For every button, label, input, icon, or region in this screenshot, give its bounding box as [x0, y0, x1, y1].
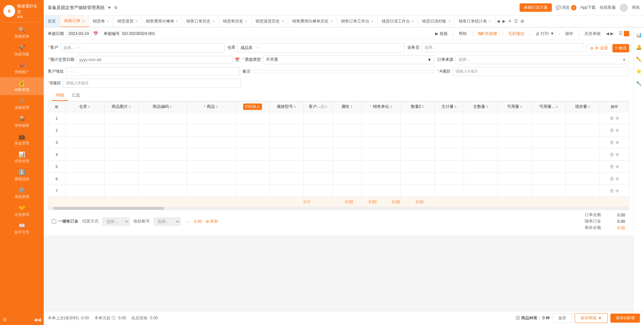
- copy-row-icon[interactable]: ⊕: [615, 128, 619, 133]
- scan-button[interactable]: 扫码录入: [243, 104, 262, 110]
- cell-attr-4[interactable]: [333, 149, 362, 161]
- sidebar-item-finance[interactable]: 💼 资金管理: [0, 131, 44, 149]
- th-settings[interactable]: ⚙: [48, 101, 66, 112]
- cell-munit-6[interactable]: [434, 173, 464, 185]
- copy-row-icon[interactable]: ⊕: [615, 116, 619, 121]
- card-view-icon[interactable]: [624, 31, 629, 36]
- cell-custno-3[interactable]: [303, 136, 333, 149]
- cell-product-5[interactable]: [187, 161, 235, 173]
- calendar-icon[interactable]: 📅: [93, 31, 98, 36]
- cell-mqty-5[interactable]: [464, 161, 498, 173]
- cell-img-4[interactable]: [104, 149, 138, 161]
- th-stock[interactable]: 现存量⇅: [566, 101, 600, 112]
- tab-sales-return[interactable]: 销货退货 ×: [113, 15, 142, 27]
- right-icon-chart[interactable]: 📊: [634, 30, 644, 40]
- scrollbar-thumb[interactable]: [53, 207, 164, 210]
- cell-avail-5[interactable]: [498, 161, 532, 173]
- right-icon-bell[interactable]: 🔔: [634, 42, 644, 52]
- cell-attr-2[interactable]: [333, 124, 362, 136]
- tab-close-icon[interactable]: ×: [371, 19, 373, 23]
- cell-avail-2[interactable]: [498, 124, 532, 136]
- next-record-icon[interactable]: ▶: [610, 31, 613, 36]
- delete-row-icon[interactable]: 🗑: [610, 176, 614, 181]
- right-icon-edit[interactable]: ✏️: [634, 54, 644, 64]
- cell-mqty-2[interactable]: [464, 124, 498, 136]
- view-video-btn[interactable]: ▶ 视频: [435, 31, 448, 37]
- prev-record-icon[interactable]: ◀: [606, 31, 609, 36]
- cell-stock-4[interactable]: [566, 149, 600, 161]
- cell-unit-1[interactable]: [362, 112, 401, 124]
- order-source-input[interactable]: 选择... ▼: [455, 55, 629, 64]
- cell-mqty-4[interactable]: [464, 149, 498, 161]
- copy-row-icon[interactable]: ⊕: [615, 188, 619, 193]
- cell-stock-2[interactable]: [566, 124, 600, 136]
- tab-nav-close[interactable]: ✕: [507, 19, 513, 24]
- cell-qty2-7[interactable]: [401, 185, 434, 197]
- cell-spec-4[interactable]: [269, 149, 303, 161]
- cell-spec-7[interactable]: [269, 185, 303, 197]
- cell-qty2-5[interactable]: [401, 161, 434, 173]
- cell-avail2-1[interactable]: [532, 112, 566, 124]
- cell-img-7[interactable]: [104, 185, 138, 197]
- delivery-date-input[interactable]: [76, 56, 233, 64]
- cell-stock-5[interactable]: [566, 161, 600, 173]
- cell-stock-7[interactable]: [566, 185, 600, 197]
- cell-unit-7[interactable]: [362, 185, 401, 197]
- cell-avail-6[interactable]: [498, 173, 532, 185]
- message-icon[interactable]: 💬 消息 9: [556, 5, 576, 10]
- cell-spec-6[interactable]: [269, 173, 303, 185]
- delete-row-icon[interactable]: 🗑: [610, 116, 614, 121]
- cell-custno-4[interactable]: [303, 149, 333, 161]
- tab-nav-expand[interactable]: ⊞: [519, 19, 525, 24]
- tab-nav-next[interactable]: ▶: [501, 19, 507, 24]
- cell-img-2[interactable]: [104, 124, 138, 136]
- sidebar-item-search[interactable]: 🔍 搜索菜单: [0, 24, 44, 42]
- copy-row-icon[interactable]: ⊕: [615, 164, 619, 169]
- cell-img-5[interactable]: [104, 161, 138, 173]
- cell-img-1[interactable]: [104, 112, 138, 124]
- tab-nav-menu[interactable]: ☰: [513, 19, 519, 24]
- customer-addr-input[interactable]: ···: [66, 67, 240, 76]
- tab-sales-order[interactable]: 销售订单 ×: [60, 15, 89, 27]
- history-btn[interactable]: 历史单据: [584, 31, 601, 37]
- online-service-link[interactable]: 在线客服: [600, 5, 616, 10]
- tab-cash-reconcile[interactable]: 钱货日清对账 ×: [418, 15, 455, 27]
- cell-avail2-4[interactable]: [532, 149, 566, 161]
- tab-close-icon[interactable]: ×: [176, 19, 178, 23]
- cell-avail2-6[interactable]: [532, 173, 566, 185]
- add-payment-button[interactable]: ⊕ 添加: [206, 218, 218, 224]
- chevron-down-icon[interactable]: ▼: [107, 5, 111, 10]
- remarks-input[interactable]: [253, 70, 434, 73]
- delete-row-icon[interactable]: 🗑: [610, 140, 614, 145]
- collapse-icon[interactable]: ◀◀: [34, 317, 41, 322]
- save-new-button[interactable]: 保存&新增: [610, 314, 640, 323]
- tab-sales-fee[interactable]: 销售费用分摊单 ×: [142, 15, 183, 27]
- tab-close-icon[interactable]: ×: [245, 19, 247, 23]
- delete-row-icon[interactable]: 🗑: [610, 188, 614, 193]
- th-main-qty[interactable]: 主数量⇅: [464, 101, 498, 112]
- sidebar-item-inventory[interactable]: 📦 库存核算: [0, 113, 44, 131]
- tab-sales-order-history[interactable]: 销售订单历史 ×: [182, 15, 219, 27]
- cell-warehouse-3[interactable]: [66, 136, 105, 149]
- sidebar-item-operations[interactable]: 📊 经营管理: [0, 149, 44, 166]
- sidebar-item-marketing[interactable]: 📣 营销推广: [0, 59, 44, 77]
- cell-qty2-3[interactable]: [401, 136, 434, 149]
- cell-custno-2[interactable]: [303, 124, 333, 136]
- tab-detail[interactable]: 明细: [52, 90, 68, 101]
- cell-avail2-3[interactable]: [532, 136, 566, 149]
- app-download-link[interactable]: App下载: [580, 5, 596, 10]
- sidebar-item-enterprise[interactable]: 🤝 企业协同: [0, 202, 44, 220]
- add-logistics-button[interactable]: + 物流: [612, 44, 629, 52]
- user-name[interactable]: 用友: [632, 5, 640, 10]
- cell-code-1[interactable]: [138, 112, 187, 124]
- a-project-input[interactable]: 请输入A项目: [452, 67, 629, 76]
- cell-warehouse-5[interactable]: [66, 161, 105, 173]
- cell-unit-4[interactable]: [362, 149, 401, 161]
- tab-nav-prev[interactable]: ◀: [495, 19, 501, 24]
- th-available[interactable]: 可用量⇅: [498, 101, 532, 112]
- cell-code-3[interactable]: [138, 136, 187, 149]
- delete-row-icon[interactable]: 🗑: [610, 164, 614, 169]
- tab-invoice-history[interactable]: 销货单历史 ×: [219, 15, 252, 27]
- tab-close-icon[interactable]: ×: [107, 19, 109, 23]
- gear-icon[interactable]: ⚙: [3, 317, 7, 322]
